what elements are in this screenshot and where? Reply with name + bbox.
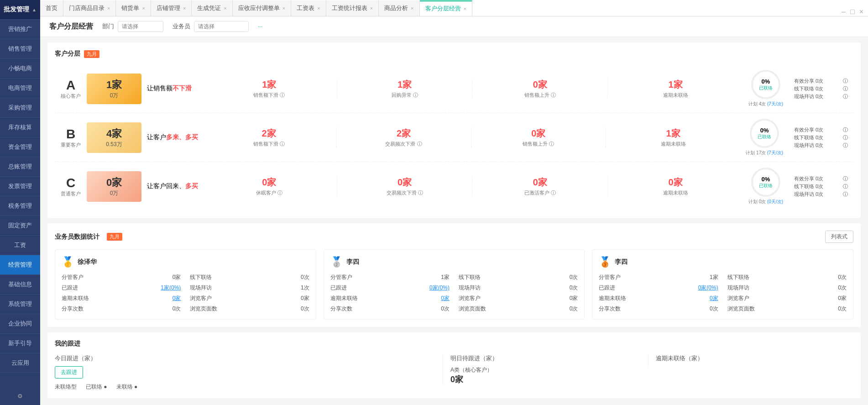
metric-num-a-4: 1家 [612, 79, 738, 91]
sidebar-item-小畅电商[interactable]: 小畅电商 [0, 59, 40, 79]
staff-card-1: 🥈 李四 分管客户1家 线下联络0次 已跟进0家(0%) 现场拜访0次 逾期未联… [324, 249, 585, 320]
contact-plan-link-c[interactable]: (0天/次) [767, 199, 783, 204]
sidebar-item-电商管理[interactable]: 电商管理 [0, 79, 40, 98]
metric-num-c-2: 0家 [342, 176, 468, 189]
close-icon[interactable]: × [317, 5, 320, 11]
staff-name-2: 李四 [615, 258, 627, 266]
goto-followup-button[interactable]: 去跟进 [55, 366, 83, 379]
followup-sublabel-3: 未联络 ● [116, 383, 138, 391]
sidebar-item-税务管理[interactable]: 税务管理 [0, 196, 40, 216]
staff-filter-group: 业务员 [173, 21, 249, 32]
staff-stat-0-已跟进[interactable]: 已跟进1家(0%) [62, 284, 181, 292]
metric-a-2[interactable]: 1家 回购异常 ⓘ [337, 79, 473, 99]
sidebar-item-总账管理[interactable]: 总账管理 [0, 157, 40, 177]
dept-filter-label: 部门 [102, 22, 114, 31]
staff-name-row-1: 🥈 李四 [330, 256, 578, 268]
staff-stat-0-逾期未联络[interactable]: 逾期未联络0家 [62, 295, 181, 302]
tomorrow-tier-label: A类（核心客户） [450, 366, 641, 374]
tab-门店商品目录[interactable]: 门店商品目录× [63, 0, 116, 16]
sidebar-item-销售管理[interactable]: 销售管理 [0, 39, 40, 59]
contact-label-c: 已联络 [759, 183, 773, 189]
metric-c-2[interactable]: 0家 交易频次下滑 ⓘ [337, 176, 473, 196]
sidebar-item-新手引导[interactable]: 新手引导 [0, 334, 40, 353]
contact-plan-link-b[interactable]: (7天/次) [767, 150, 783, 155]
tab-应收应付调整单[interactable]: 应收应付调整单× [233, 0, 291, 16]
info-icon-a1: ⓘ [843, 78, 848, 84]
metric-label-b-3: 销售额上升 ⓘ [476, 141, 601, 147]
close-icon[interactable]: × [142, 5, 145, 11]
staff-filter-input[interactable] [194, 21, 249, 32]
sidebar-item-工资[interactable]: 工资 [0, 236, 40, 255]
close-icon[interactable]: × [224, 5, 226, 11]
sidebar-item-系统管理[interactable]: 系统管理 [0, 295, 40, 314]
tab-工资表[interactable]: 工资表× [291, 0, 326, 16]
metric-a-3[interactable]: 0家 销售额上升 ⓘ [472, 79, 608, 99]
staff-stat-2-逾期未联络[interactable]: 逾期未联络0家 [599, 295, 718, 302]
sidebar-item-发票管理[interactable]: 发票管理 [0, 177, 40, 196]
staff-stats-title: 业务员数据统计 [55, 233, 99, 241]
sidebar-item-采购管理[interactable]: 采购管理 [0, 98, 40, 118]
tier-slogan-c: 让客户回来、多买 [147, 182, 202, 190]
metric-b-3[interactable]: 0家 销售额上升 ⓘ [471, 127, 606, 147]
staff-stat-2-已跟进[interactable]: 已跟进0家(0%) [599, 284, 718, 292]
tab-生成凭证[interactable]: 生成凭证× [192, 0, 232, 16]
metric-c-1[interactable]: 0家 休眠客户 ⓘ [202, 176, 337, 196]
followup-content: 今日跟进（家） 去跟进 未联络型 已联络 ● 未联络 ● 明日待跟进（家） A类… [55, 354, 853, 391]
followup-sublabel-2: 已联络 ● [86, 383, 107, 391]
gear-icon[interactable]: ⚙ [0, 387, 40, 405]
contact-plan-link-a[interactable]: (7天/次) [767, 101, 783, 106]
metric-label-a-3: 销售额上升 ⓘ [477, 92, 603, 99]
tab-工资统计报表[interactable]: 工资统计报表× [326, 0, 379, 16]
staff-stat-1-逾期未联络[interactable]: 逾期未联络0家 [330, 295, 450, 302]
close-icon[interactable]: × [282, 5, 285, 11]
sidebar-item-企业协同[interactable]: 企业协同 [0, 314, 40, 334]
contact-plan-b: 计划 17次 (7天/次) [746, 150, 783, 156]
metric-label-a-4: 逾期未联络 [612, 92, 738, 99]
tab-店铺管理[interactable]: 店铺管理× [151, 0, 192, 16]
metric-b-2[interactable]: 2家 交易频次下滑 ⓘ [336, 127, 471, 147]
info-icon-a2: ⓘ [843, 85, 848, 92]
window-maximize-icon[interactable]: □ [850, 8, 855, 16]
metric-b-4[interactable]: 1家 逾期未联络 [606, 127, 740, 147]
tier-slogan-highlight-c: 多买 [185, 182, 198, 189]
staff-stat-0-分享次数: 分享次数0次 [62, 305, 181, 313]
tab-label: 工资统计报表 [332, 4, 367, 12]
metric-a-1[interactable]: 1家 销售额下滑 ⓘ [202, 79, 337, 99]
metric-c-3[interactable]: 0家 已激活客户 ⓘ [472, 176, 608, 196]
close-icon[interactable]: × [183, 5, 186, 11]
today-followup-col: 今日跟进（家） 去跟进 未联络型 已联络 ● 未联络 ● [55, 354, 443, 391]
staff-stat-1-已跟进[interactable]: 已跟进0家(0%) [330, 284, 450, 292]
close-icon[interactable]: × [370, 5, 373, 11]
close-icon[interactable]: × [107, 5, 110, 11]
tab-销货单[interactable]: 销货单× [116, 0, 151, 16]
followup-title: 我的跟进 [55, 340, 853, 348]
sidebar-item-库存核算[interactable]: 库存核算 [0, 118, 40, 137]
sidebar-item-基础信息[interactable]: 基础信息 [0, 275, 40, 295]
filter-more-btn[interactable]: ··· [258, 23, 262, 30]
sidebar-item-云应用[interactable]: 云应用 [0, 353, 40, 373]
close-icon[interactable]: × [464, 6, 466, 11]
window-close-icon[interactable]: × [859, 8, 863, 16]
metric-b-1[interactable]: 2家 销售额下滑 ⓘ [202, 127, 336, 147]
contact-plan-a: 计划 4次 (7天/次) [748, 101, 783, 107]
tab-首页[interactable]: 首页 [40, 0, 63, 16]
sidebar-item-固定资产[interactable]: 固定资产 [0, 216, 40, 236]
window-minimize-icon[interactable]: – [842, 8, 846, 16]
tab-商品分析[interactable]: 商品分析× [379, 0, 419, 16]
sidebar-top[interactable]: 批发管理 ▲ [0, 0, 40, 20]
dept-filter-input[interactable] [118, 21, 163, 32]
sidebar-item-资金管理[interactable]: 资金管理 [0, 137, 40, 157]
side-stat-b-1: 有效分享 0次 ⓘ [794, 126, 848, 133]
tomorrow-followup-label: 明日待跟进（家） [450, 354, 641, 363]
metric-a-4[interactable]: 1家 逾期未联络 [608, 79, 743, 99]
sidebar-item-经营管理[interactable]: 经营管理 [0, 255, 40, 275]
metric-c-4[interactable]: 0家 逾期未联络 [608, 176, 743, 196]
list-view-button[interactable]: 列表式 [825, 231, 853, 243]
close-icon[interactable]: × [411, 5, 413, 11]
tab-客户分层经营[interactable]: 客户分层经营× [420, 0, 472, 16]
dept-filter-group: 部门 [102, 21, 163, 32]
sidebar-item-营销推广[interactable]: 营销推广 [0, 20, 40, 39]
tier-count-num-c: 0家 [106, 176, 122, 189]
sidebar-collapse-icon[interactable]: ▲ [32, 7, 37, 12]
tier-count-num-b: 4家 [106, 127, 122, 141]
